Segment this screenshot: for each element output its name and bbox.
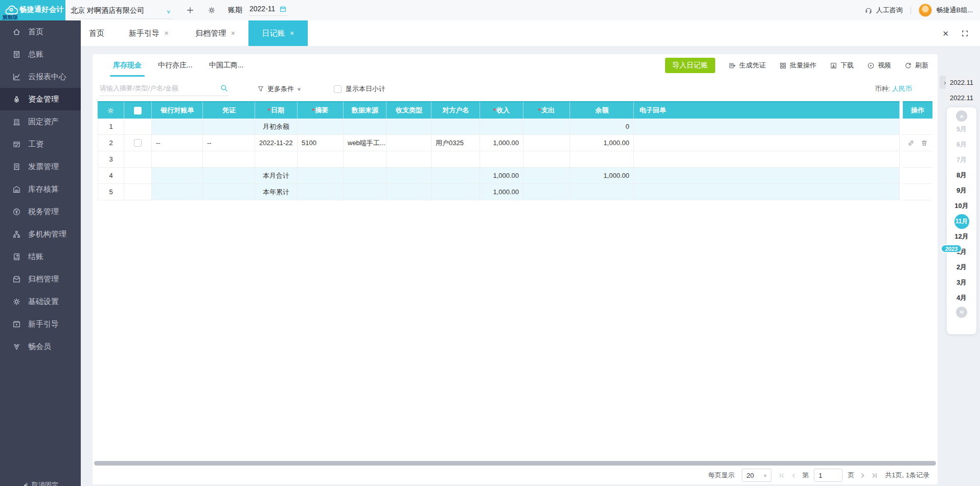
chevron-down-icon: ∨ (297, 86, 301, 91)
sidebar-item-multi-org[interactable]: 多机构管理 (0, 223, 81, 245)
play-icon (867, 62, 875, 70)
refresh-button[interactable]: 刷新 (904, 61, 928, 70)
scroll-up-button[interactable] (956, 110, 967, 122)
select-all-checkbox[interactable] (134, 107, 142, 114)
close-tab-icon[interactable]: ✕ (289, 30, 294, 37)
cell-abstract[interactable]: 5100 (298, 135, 344, 151)
sidebar-item-basic-settings[interactable]: 基础设置 (0, 290, 81, 313)
scroll-down-button[interactable] (956, 307, 967, 318)
period-box-current[interactable]: 2022.11 (946, 76, 977, 89)
more-conditions-button[interactable]: 更多条件 ∨ (257, 84, 301, 94)
sidebar: 首页 总账 云报表中心 资金管理 固定资产 工资 发票管理 库存核算 税务管理 … (0, 20, 81, 486)
subtab-bank-boc[interactable]: 中行亦庄... (158, 54, 193, 77)
sidebar-item-tax[interactable]: 税务管理 (0, 200, 81, 223)
month-item[interactable]: 3月 (947, 275, 976, 290)
sidebar-item-label: 归档管理 (28, 274, 59, 284)
import-journal-button[interactable]: 导入日记账 (665, 58, 715, 73)
month-item[interactable]: 4月 (947, 290, 976, 306)
sidebar-item-fixed-assets[interactable]: 固定资产 (0, 110, 81, 133)
voucher-icon (728, 62, 736, 70)
video-button[interactable]: 视频 (867, 61, 891, 70)
download-button[interactable]: 下载 (830, 61, 854, 70)
subtab-cash[interactable]: 库存现金 (113, 54, 142, 77)
month-item[interactable]: 9月 (947, 183, 976, 198)
subtab-bank-icbc[interactable]: 中国工商... (209, 54, 244, 77)
op-cell (903, 168, 932, 184)
row-checkbox[interactable] (134, 139, 142, 147)
per-page-select[interactable]: 20 ∨ (742, 469, 771, 482)
period-box-selected[interactable]: 2022.11 (946, 91, 977, 104)
sidebar-item-funds-management[interactable]: 资金管理 (0, 88, 81, 110)
sidebar-item-member[interactable]: 畅会员 (0, 335, 81, 358)
headset-icon (864, 6, 873, 14)
add-account-button[interactable] (186, 6, 194, 14)
content-area: 库存现金 中行亦庄... 中国工商... 导入日记账 生成凭证 批量操作 下载 … (81, 46, 980, 486)
cell-party[interactable]: 用户0325 (431, 135, 480, 151)
currency-value-link[interactable]: 人民币 (892, 84, 912, 94)
support-button[interactable]: 人工咨询 (864, 6, 903, 15)
close-icon[interactable]: ✕ (942, 30, 949, 37)
settings-icon[interactable] (208, 6, 216, 14)
sidebar-item-archive[interactable]: 归档管理 (0, 268, 81, 290)
first-page-icon[interactable] (779, 472, 785, 479)
cell-income[interactable]: 1,000.00 (480, 135, 523, 151)
trash-icon[interactable] (921, 140, 928, 147)
sidebar-item-label: 结账 (28, 252, 43, 262)
month-item[interactable]: 10月 (947, 198, 976, 214)
month-item[interactable]: 2月 (947, 260, 976, 275)
month-item[interactable]: 7月 (947, 152, 976, 168)
tab-home[interactable]: 首页 (81, 20, 116, 46)
month-item[interactable]: 6月 (947, 137, 976, 152)
double-chevron-down-icon (959, 309, 965, 316)
daily-subtotal-toggle[interactable]: 显示本日小计 (334, 84, 385, 94)
topbar: 畅捷通好会计 旗舰版 北京 对啊酒店有限公司 ∨ 账期 2022-11 人工咨询 (0, 0, 980, 20)
batch-operations-button[interactable]: 批量操作 (779, 61, 816, 70)
sidebar-item-closing[interactable]: 结账 (0, 245, 81, 268)
fullscreen-icon[interactable] (961, 30, 969, 37)
sidebar-item-label: 工资 (28, 140, 43, 149)
generate-voucher-button[interactable]: 生成凭证 (728, 61, 766, 70)
next-page-icon[interactable] (859, 472, 866, 479)
unpin-sidebar-button[interactable]: 取消固定 (0, 480, 81, 486)
sidebar-item-label: 畅会员 (28, 342, 51, 352)
unpin-icon (22, 482, 29, 486)
sidebar-item-cloud-reports[interactable]: 云报表中心 (0, 65, 81, 88)
search-icon[interactable] (220, 84, 229, 92)
sidebar-item-invoice[interactable]: 发票管理 (0, 155, 81, 178)
tab-journal[interactable]: 日记账✕ (248, 20, 307, 46)
cell-expense[interactable] (523, 135, 570, 151)
company-selector[interactable]: 北京 对啊酒店有限公司 ∨ (71, 6, 173, 19)
month-item-selected[interactable]: 11月 (947, 214, 976, 229)
download-icon (830, 62, 837, 70)
sidebar-item-home[interactable]: 首页 (0, 20, 81, 43)
avatar[interactable] (919, 4, 932, 17)
page-number-input[interactable] (814, 469, 842, 482)
month-item[interactable]: 5月 (947, 122, 976, 137)
cell-date[interactable]: 2022-11-22 (255, 135, 298, 151)
daily-subtotal-checkbox[interactable] (334, 85, 341, 93)
username[interactable]: 畅捷通B组... (936, 6, 973, 15)
table-main: 银行对账单 凭证 *日期 *摘要 数据来源 收支类型 对方户名 *收入 *支出 … (98, 101, 900, 200)
sidebar-item-general-ledger[interactable]: 总账 (0, 43, 81, 65)
funnel-icon (257, 85, 264, 92)
month-item[interactable]: 12月 (947, 229, 976, 244)
cell-type[interactable] (386, 135, 431, 151)
search-input[interactable] (100, 84, 207, 92)
col-header-ereceipt: 电子回单 (634, 101, 900, 119)
button-label: 视频 (878, 61, 891, 70)
last-page-icon[interactable] (871, 472, 878, 479)
horizontal-scrollbar[interactable] (94, 461, 936, 466)
prev-page-icon[interactable] (790, 472, 797, 479)
sidebar-item-inventory[interactable]: 库存核算 (0, 178, 81, 200)
close-tab-icon[interactable]: ✕ (164, 30, 169, 37)
tab-beginner-guide[interactable]: 新手引导✕ (116, 20, 182, 46)
link-icon[interactable] (907, 140, 915, 147)
period-picker[interactable]: 2022-11 (248, 5, 288, 16)
sidebar-item-salary[interactable]: 工资 (0, 133, 81, 155)
tab-archive[interactable]: 归档管理✕ (182, 20, 248, 46)
month-item[interactable]: 8月 (947, 168, 976, 183)
column-settings-icon[interactable] (107, 107, 115, 114)
sidebar-item-beginner-guide[interactable]: 新手引导 (0, 313, 81, 335)
tabrow-actions: ✕ (942, 20, 980, 46)
close-tab-icon[interactable]: ✕ (231, 30, 235, 37)
